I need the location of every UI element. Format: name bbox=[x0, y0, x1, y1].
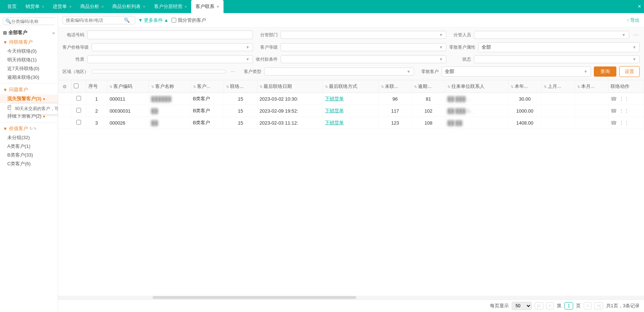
sidebar-item-ungroup[interactable]: 未分组(32) bbox=[0, 133, 58, 142]
horizontal-scrollbar[interactable] bbox=[58, 296, 644, 299]
sidebar-item-week[interactable]: 近7天待联络(0) bbox=[0, 64, 58, 73]
close-goods-analysis-list-tab[interactable]: × bbox=[143, 4, 145, 9]
divider-1 bbox=[0, 83, 58, 84]
edit-value-icon[interactable]: ✎ bbox=[33, 126, 37, 131]
sidebar-item-today[interactable]: 今天待联络(0) bbox=[0, 47, 58, 56]
scrollbar-thumb[interactable] bbox=[153, 296, 356, 299]
row-checkbox-cell[interactable] bbox=[72, 117, 86, 129]
filter-search-button[interactable]: 🔍 bbox=[124, 17, 130, 23]
page-size-select[interactable]: 50 100 bbox=[512, 302, 532, 310]
contact-action-icon[interactable]: ☎ bbox=[611, 108, 617, 114]
sidebar-group-value[interactable]: ▼ 价值客户 ↻ ✎ bbox=[0, 124, 58, 133]
more-action-icon[interactable]: ⋮⋮ bbox=[619, 96, 629, 102]
row-overdue: 102 bbox=[412, 105, 445, 117]
status-select[interactable]: ▼ bbox=[474, 55, 640, 63]
sort-type-icon[interactable]: ⇅ bbox=[193, 85, 196, 89]
more-action-icon[interactable]: ⋮⋮ bbox=[619, 108, 629, 114]
page-size-label: 每页显示 bbox=[490, 303, 509, 309]
sort-tm-icon[interactable]: ⇅ bbox=[577, 85, 580, 89]
first-page-btn[interactable]: |< bbox=[535, 302, 543, 309]
close-sales-tab[interactable]: × bbox=[42, 4, 44, 9]
manager-select[interactable]: ▼ bbox=[474, 31, 629, 39]
sort-uncontacted-icon[interactable]: ⇅ bbox=[381, 85, 384, 89]
sort-lm-icon[interactable]: ⇅ bbox=[544, 85, 547, 89]
filter-search-input[interactable] bbox=[66, 18, 124, 23]
last-page-btn[interactable]: >| bbox=[594, 302, 603, 309]
close-customer-seg-tab[interactable]: × bbox=[185, 4, 187, 9]
sidebar-search-input[interactable] bbox=[11, 19, 58, 24]
sort-contacts-icon[interactable]: ⇅ bbox=[226, 85, 229, 89]
my-customers-check[interactable] bbox=[172, 18, 176, 23]
sort-cp-icon[interactable]: ⇅ bbox=[447, 85, 450, 89]
next-page-btn[interactable]: > bbox=[584, 302, 591, 309]
more-action-icon[interactable]: ⋮⋮ bbox=[619, 120, 629, 126]
tab-home[interactable]: 首页 bbox=[3, 0, 21, 13]
row-last-method[interactable]: 下销货单 bbox=[322, 105, 378, 117]
region-more-icon[interactable]: ··· bbox=[229, 68, 237, 75]
payment-select[interactable]: ▼ bbox=[281, 55, 446, 63]
row-checkbox[interactable] bbox=[76, 120, 81, 125]
sort-code-icon[interactable]: ⇅ bbox=[109, 85, 112, 89]
tab-goods-analysis-list[interactable]: 商品分析列表 × bbox=[108, 0, 149, 13]
sidebar-item-type-c[interactable]: C类客户(6) bbox=[0, 159, 58, 168]
retail-attr-select[interactable]: 全部 ▼ bbox=[478, 42, 640, 52]
customer-level-select[interactable]: ▼ bbox=[281, 43, 446, 51]
tab-purchase[interactable]: 进货单 × bbox=[48, 0, 76, 13]
my-customers-checkbox[interactable]: 我分管的客户 bbox=[172, 17, 206, 24]
manager-more-icon[interactable]: ··· bbox=[632, 32, 640, 38]
dept-select[interactable]: ▼ bbox=[281, 31, 446, 39]
phone-input[interactable] bbox=[87, 31, 253, 39]
tab-customer-contact[interactable]: 客户联系 × bbox=[191, 0, 223, 13]
prev-page-btn[interactable]: < bbox=[546, 302, 554, 309]
sidebar-group-problem[interactable]: ▼ 问题客户 bbox=[0, 85, 58, 94]
region-select[interactable] bbox=[92, 70, 226, 73]
col-settings[interactable]: ⚙ bbox=[58, 80, 72, 93]
sidebar-item-tomorrow[interactable]: 明天待联络(1) bbox=[0, 56, 58, 64]
refresh-value-icon[interactable]: ↻ bbox=[29, 126, 33, 131]
row-last-method[interactable]: 下销货单 bbox=[322, 93, 378, 105]
row-checkbox[interactable] bbox=[76, 96, 81, 101]
sidebar-all-customers[interactable]: ⊞ 全部客户 « bbox=[0, 28, 58, 37]
sort-overdue-icon[interactable]: ⇅ bbox=[414, 85, 417, 89]
sort-date-icon[interactable]: ⇅ bbox=[259, 85, 262, 89]
filter-price-level: 客户价格等级 ▼ bbox=[63, 43, 253, 51]
sidebar-search[interactable]: 🔍 bbox=[3, 17, 55, 25]
row-checkbox-cell[interactable] bbox=[72, 93, 86, 105]
sidebar-group-pending[interactable]: ▼ 待联络客户 bbox=[0, 37, 58, 47]
contact-action-icon[interactable]: ☎ bbox=[611, 120, 617, 126]
query-button[interactable]: 查询 bbox=[594, 66, 616, 77]
sidebar-item-type-b[interactable]: B类客户(33) bbox=[0, 151, 58, 159]
row-checkbox-cell[interactable] bbox=[72, 105, 86, 117]
sort-year-icon[interactable]: ⇅ bbox=[511, 85, 514, 89]
nature-select[interactable]: ▼ bbox=[87, 55, 253, 63]
filter-nature: 性质 ▼ bbox=[63, 55, 253, 63]
tab-sales[interactable]: 销货单 × bbox=[21, 0, 48, 13]
tooltip-problem-customer: 90天未交易的客户，可能有流失风险。 bbox=[11, 103, 58, 114]
close-all-tabs[interactable]: × bbox=[638, 3, 641, 10]
sort-method-icon[interactable]: ⇅ bbox=[325, 85, 328, 89]
price-level-select[interactable]: ▼ bbox=[92, 43, 253, 51]
row-checkbox[interactable] bbox=[76, 108, 81, 113]
close-purchase-tab[interactable]: × bbox=[69, 4, 71, 9]
contact-action-icon[interactable]: ☎ bbox=[611, 96, 617, 102]
tab-customer-segmentation[interactable]: 客户分层经营 × bbox=[150, 0, 191, 13]
settings-button[interactable]: 设置 bbox=[619, 66, 640, 77]
sort-name-icon[interactable]: ⇅ bbox=[151, 85, 154, 89]
table-settings-icon[interactable]: ⚙ bbox=[63, 84, 67, 89]
filter-search-box[interactable]: 🔍 bbox=[63, 16, 135, 24]
sidebar-item-type-a[interactable]: A类客户(1) bbox=[0, 142, 58, 151]
row-uncontacted: 117 bbox=[378, 105, 412, 117]
customer-type-select[interactable]: ▼ bbox=[264, 68, 414, 76]
table-row: 2 00030031 ██ B类客户 15 2023-02-09 19:52: … bbox=[58, 105, 644, 117]
sidebar-item-overdue-contact[interactable]: 逾期未联络(30) bbox=[0, 73, 58, 82]
row-uncontacted: 123 bbox=[378, 117, 412, 129]
export-button[interactable]: ↑ 导出 bbox=[627, 17, 640, 24]
row-last-method[interactable]: 下销货单 bbox=[322, 117, 378, 129]
close-goods-analysis-tab[interactable]: × bbox=[101, 4, 104, 9]
close-customer-contact-tab[interactable]: × bbox=[217, 4, 219, 9]
more-conditions-btn[interactable]: ▼ 更多条件 ▲ bbox=[138, 17, 169, 24]
retail-customer-select[interactable]: 全部 ▼ bbox=[442, 66, 591, 77]
sidebar-item-churn-warning[interactable]: 流失预警客户(3) ● bbox=[0, 94, 58, 103]
select-all-checkbox[interactable] bbox=[74, 84, 79, 88]
tab-goods-analysis[interactable]: 商品分析 × bbox=[76, 0, 108, 13]
